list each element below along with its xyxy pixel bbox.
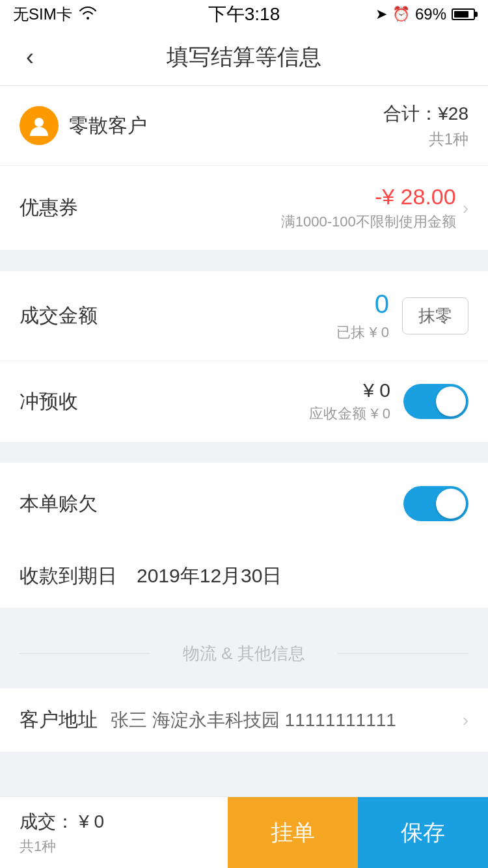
section-divider-4 xyxy=(0,678,488,688)
address-label: 客户地址 xyxy=(20,707,98,733)
due-date-value: 2019年12月30日 xyxy=(137,563,282,590)
person-icon xyxy=(27,114,51,137)
trans-amount-row: 成交金额 0 已抹 ¥ 0 抹零 xyxy=(0,271,488,361)
deal-label: 成交： xyxy=(20,811,74,832)
toggle-knob xyxy=(436,387,466,416)
customer-name: 零散客户 xyxy=(69,113,147,139)
customer-section: 零散客户 合计：¥28 共1种 优惠券 -¥ 28.00 满1000-100不限… xyxy=(0,86,488,251)
round-button[interactable]: 抹零 xyxy=(402,297,468,334)
wifi-icon xyxy=(79,5,97,23)
location-icon: ➤ xyxy=(375,6,387,23)
trans-amount-sub: 已抹 ¥ 0 xyxy=(336,323,389,342)
logistics-divider: 物流 & 其他信息 xyxy=(0,629,488,678)
prepay-label: 冲预收 xyxy=(20,388,78,415)
battery-icon xyxy=(452,8,475,20)
section-divider-3 xyxy=(0,619,488,629)
debt-row: 本单赊欠 xyxy=(0,463,488,545)
coupon-description: 满1000-100不限制使用金额 xyxy=(281,212,456,232)
status-bar-left: 无SIM卡 xyxy=(13,4,97,25)
chevron-right-icon: › xyxy=(463,198,468,219)
prepay-right: ¥ 0 应收金额 ¥ 0 xyxy=(309,379,468,424)
nav-bar: ‹ 填写结算等信息 xyxy=(0,29,488,86)
battery-percent: 69% xyxy=(415,5,446,23)
status-bar: 无SIM卡 下午3:18 ➤ ⏰ 69% xyxy=(0,0,488,29)
customer-total: 合计：¥28 xyxy=(383,102,468,126)
customer-count: 共1种 xyxy=(383,129,468,150)
customer-avatar xyxy=(20,106,59,145)
prepay-toggle[interactable] xyxy=(403,384,468,419)
trans-amount-label: 成交金额 xyxy=(20,303,98,329)
carrier-label: 无SIM卡 xyxy=(13,4,72,25)
due-date-row: 收款到期日 2019年12月30日 xyxy=(0,545,488,608)
coupon-label: 优惠券 xyxy=(20,195,78,221)
customer-right: 合计：¥28 共1种 xyxy=(383,102,468,150)
debt-toggle-knob xyxy=(436,489,466,519)
transaction-section: 成交金额 0 已抹 ¥ 0 抹零 冲预收 ¥ 0 应收金额 ¥ 0 xyxy=(0,271,488,442)
deal-value: ¥ 0 xyxy=(79,811,104,832)
pending-button[interactable]: 挂单 xyxy=(228,797,358,869)
prepay-amount-col: ¥ 0 应收金额 ¥ 0 xyxy=(309,379,390,424)
coupon-right-col: -¥ 28.00 满1000-100不限制使用金额 xyxy=(281,184,456,232)
page-title: 填写结算等信息 xyxy=(167,42,321,72)
logistics-label: 物流 & 其他信息 xyxy=(183,642,305,665)
status-bar-right: ➤ ⏰ 69% xyxy=(375,5,475,23)
save-button[interactable]: 保存 xyxy=(358,797,488,869)
coupon-right: -¥ 28.00 满1000-100不限制使用金额 › xyxy=(281,184,468,232)
address-section: 客户地址 张三 海淀永丰科技园 11111111111 › xyxy=(0,688,488,752)
address-row[interactable]: 客户地址 张三 海淀永丰科技园 11111111111 › xyxy=(0,688,488,752)
coupon-row[interactable]: 优惠券 -¥ 28.00 满1000-100不限制使用金额 › xyxy=(0,166,488,251)
bottom-left: 成交： ¥ 0 共1种 xyxy=(0,809,228,856)
trans-amount-right: 0 已抹 ¥ 0 抹零 xyxy=(336,290,468,342)
due-date-label: 收款到期日 xyxy=(20,563,117,590)
content: 零散客户 合计：¥28 共1种 优惠券 -¥ 28.00 满1000-100不限… xyxy=(0,86,488,841)
svg-point-0 xyxy=(34,118,44,127)
coupon-discount: -¥ 28.00 xyxy=(281,184,456,210)
status-bar-time: 下午3:18 xyxy=(208,2,280,27)
bottom-count: 共1种 xyxy=(20,837,208,856)
prepay-row: 冲预收 ¥ 0 应收金额 ¥ 0 xyxy=(0,361,488,442)
customer-row: 零散客户 合计：¥28 共1种 xyxy=(0,86,488,166)
trans-amount-value: 0 xyxy=(336,290,389,319)
prepay-amount: ¥ 0 xyxy=(309,379,390,401)
customer-left: 零散客户 xyxy=(20,106,147,145)
bottom-deal-row: 成交： ¥ 0 xyxy=(20,809,208,834)
debt-section: 本单赊欠 收款到期日 2019年12月30日 xyxy=(0,463,488,608)
prepay-sub: 应收金额 ¥ 0 xyxy=(309,404,390,424)
back-button[interactable]: ‹ xyxy=(20,37,40,77)
debt-label: 本单赊欠 xyxy=(20,491,98,517)
debt-toggle[interactable] xyxy=(403,486,468,521)
address-chevron-icon: › xyxy=(463,710,468,731)
section-divider-2 xyxy=(0,452,488,463)
bottom-bar: 成交： ¥ 0 共1种 挂单 保存 xyxy=(0,796,488,868)
amount-col: 0 已抹 ¥ 0 xyxy=(336,290,389,342)
alarm-icon: ⏰ xyxy=(392,6,410,23)
section-divider-1 xyxy=(0,261,488,271)
address-value: 张三 海淀永丰科技园 11111111111 xyxy=(111,708,450,733)
